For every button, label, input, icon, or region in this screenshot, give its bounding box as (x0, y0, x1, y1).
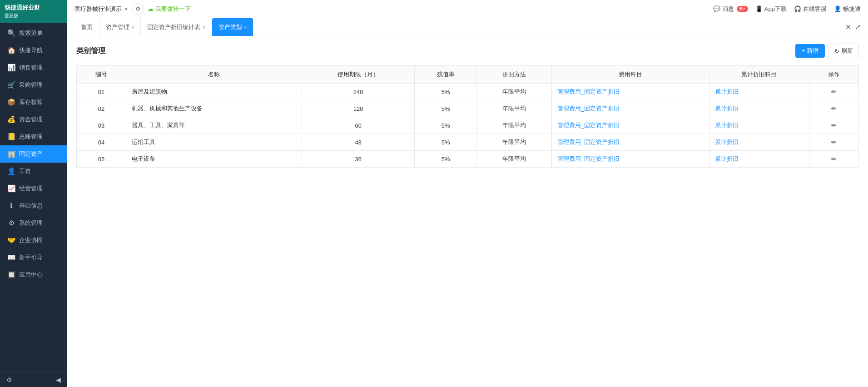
cell-residual: 5% (415, 117, 477, 134)
tab-home[interactable]: 首页 (74, 18, 99, 36)
tab-label-depreciation-table: 固定资产折旧统计表 (147, 23, 200, 31)
cell-accum: 累计折旧 (709, 84, 809, 100)
sidebar-item-salary[interactable]: 👤 工资 (0, 163, 67, 180)
sidebar-label-operations: 经营管理 (19, 184, 43, 193)
sidebar-item-capital[interactable]: 💰 资金管理 (0, 111, 67, 128)
sidebar-icon-app-center: 🔲 (7, 271, 15, 279)
tab-asset-type[interactable]: 资产类型× (212, 18, 253, 36)
page-header: 类别管理 + 新增 ↻ 刷新 (76, 44, 859, 58)
sidebar-footer: ⚙ ◀ (0, 372, 67, 387)
cell-expense: 管理费用_固定资产折旧 (551, 84, 709, 100)
cell-accum: 累计折旧 (709, 117, 809, 134)
tab-close-asset-type[interactable]: × (244, 25, 247, 30)
cell-name: 电子设备 (126, 151, 302, 168)
sidebar-icon-search: 🔍 (7, 29, 15, 37)
sidebar-item-fixed-assets[interactable]: 🏢 固定资产 (0, 145, 67, 163)
user-button[interactable]: 👤 畅捷通 (834, 5, 861, 13)
sidebar-label-ledger: 总账管理 (19, 133, 43, 141)
table-header: 操作 (809, 66, 858, 84)
cell-accum: 累计折旧 (709, 151, 809, 168)
sidebar-item-enterprise[interactable]: 🤝 企业协同 (0, 232, 67, 249)
sidebar-icon-purchase: 🛒 (7, 81, 15, 89)
topbar-settings-button[interactable]: ⚙ (132, 3, 144, 15)
tip-text: 我要体验一下 (155, 5, 191, 13)
sidebar-label-search: 搜索菜单 (19, 29, 43, 37)
sidebar-item-purchase[interactable]: 🛒 采购管理 (0, 76, 67, 94)
tab-asset-mgmt[interactable]: 资产管理× (99, 18, 141, 36)
tab-close-asset-mgmt[interactable]: × (131, 25, 134, 30)
sidebar-icon-salary: 👤 (7, 167, 15, 175)
topbar-tip[interactable]: ☁ 我要体验一下 (148, 5, 191, 13)
refresh-label: 刷新 (841, 47, 853, 55)
sidebar-icon-capital: 💰 (7, 115, 15, 124)
headset-icon: 🎧 (794, 5, 801, 12)
cell-name: 运输工具 (126, 134, 302, 151)
cell-method: 年限平均 (477, 117, 552, 134)
sidebar-label-system: 系统管理 (19, 219, 43, 227)
cell-code: 01 (77, 84, 126, 100)
cell-expense: 管理费用_固定资产折旧 (551, 134, 709, 151)
sidebar-icon-system: ⚙ (7, 219, 15, 227)
cell-edit[interactable]: ✏ (809, 134, 858, 151)
cell-method: 年限平均 (477, 100, 552, 117)
cell-months: 60 (302, 117, 415, 134)
app-download-label: App下载 (764, 5, 787, 13)
sidebar-item-guide[interactable]: 📖 新手引导 (0, 249, 67, 266)
refresh-button[interactable]: ↻ 刷新 (828, 44, 859, 58)
close-window-icon[interactable]: ✕ (845, 23, 851, 31)
tabs-list: 首页资产管理×固定资产折旧统计表×资产类型× (74, 18, 253, 36)
sidebar-item-quick-nav[interactable]: 🏠 快捷导航 (0, 42, 67, 59)
sidebar-label-app-center: 应用中心 (19, 271, 43, 279)
cell-edit[interactable]: ✏ (809, 100, 858, 117)
app-download-button[interactable]: 📱 App下载 (755, 5, 787, 13)
message-button[interactable]: 💬 消息 99+ (713, 5, 748, 13)
sidebar-label-enterprise: 企业协同 (19, 236, 43, 244)
cloud-icon: ☁ (148, 5, 154, 12)
online-service-button[interactable]: 🎧 在线客服 (794, 5, 827, 13)
tabs-actions: ✕ ⤢ (845, 23, 861, 31)
sidebar-settings-icon[interactable]: ⚙ (6, 376, 12, 383)
sidebar-icon-enterprise: 🤝 (7, 236, 15, 244)
cell-code: 05 (77, 151, 126, 168)
topbar-right: 💬 消息 99+ 📱 App下载 🎧 在线客服 👤 畅捷通 (713, 5, 861, 13)
tab-close-depreciation-table[interactable]: × (202, 25, 205, 30)
app-logo-sub: 普及版 (5, 13, 40, 19)
sidebar-item-system[interactable]: ⚙ 系统管理 (0, 214, 67, 232)
sidebar-item-basic-info[interactable]: ℹ 基础信息 (0, 197, 67, 214)
table-row: 02 机器、机械和其他生产设备 120 5% 年限平均 管理费用_固定资产折旧 … (77, 100, 859, 117)
expand-window-icon[interactable]: ⤢ (855, 23, 861, 31)
sidebar-item-ledger[interactable]: 📒 总账管理 (0, 128, 67, 145)
message-label: 消息 (722, 5, 734, 13)
cell-name: 机器、机械和其他生产设备 (126, 100, 302, 117)
tab-label-asset-mgmt: 资产管理 (106, 23, 129, 31)
sidebar-item-search[interactable]: 🔍 搜索菜单 (0, 25, 67, 42)
sidebar-item-sales[interactable]: 📊 销售管理 (0, 59, 67, 76)
gear-icon: ⚙ (135, 5, 141, 12)
new-button[interactable]: + 新增 (795, 44, 825, 58)
table-row: 04 运输工具 48 5% 年限平均 管理费用_固定资产折旧 累计折旧 ✏ (77, 134, 859, 151)
industry-selector[interactable]: 医疗器械行业演示 ▼ (74, 5, 129, 13)
sidebar-item-inventory[interactable]: 📦 库存核算 (0, 94, 67, 111)
cell-edit[interactable]: ✏ (809, 151, 858, 168)
sidebar-icon-quick-nav: 🏠 (7, 46, 15, 55)
tab-label-home: 首页 (81, 23, 93, 31)
sidebar-icon-sales: 📊 (7, 64, 15, 72)
cell-expense: 管理费用_固定资产折旧 (551, 151, 709, 168)
refresh-icon: ↻ (834, 48, 839, 55)
sidebar-collapse-icon[interactable]: ◀ (56, 376, 61, 383)
table-header: 使用期限（月） (302, 66, 415, 84)
tab-depreciation-table[interactable]: 固定资产折旧统计表× (141, 18, 212, 36)
online-service-label: 在线客服 (803, 5, 827, 13)
sidebar-label-basic-info: 基础信息 (19, 202, 43, 210)
topbar: 医疗器械行业演示 ▼ ⚙ ☁ 我要体验一下 💬 消息 99+ 📱 App下载 (67, 0, 868, 18)
cell-edit[interactable]: ✏ (809, 117, 858, 134)
cell-edit[interactable]: ✏ (809, 84, 858, 100)
sidebar-label-quick-nav: 快捷导航 (19, 46, 43, 55)
cell-code: 04 (77, 134, 126, 151)
user-name: 畅捷通 (843, 5, 861, 13)
sidebar-icon-fixed-assets: 🏢 (7, 150, 15, 158)
tabs-bar: 首页资产管理×固定资产折旧统计表×资产类型× ✕ ⤢ (67, 18, 868, 36)
sidebar-item-app-center[interactable]: 🔲 应用中心 (0, 266, 67, 283)
cell-name: 房屋及建筑物 (126, 84, 302, 100)
sidebar-item-operations[interactable]: 📈 经营管理 (0, 180, 67, 197)
